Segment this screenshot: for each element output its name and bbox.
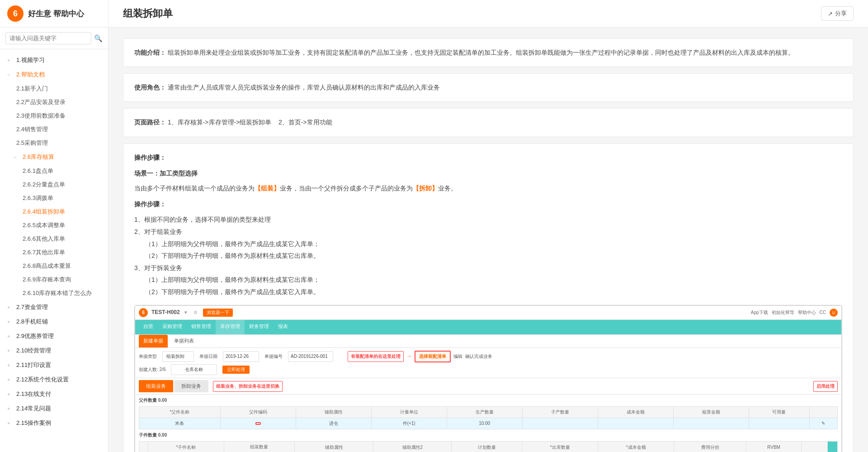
lower-th-2: 组装数量 <box>224 442 294 452</box>
upper-td-name: 米条 <box>139 418 221 429</box>
app-screenshot: 6 TEST-H002 ▼ ⚙ 浏览器一下 App下载 初始化帮导 帮助中心 C… <box>135 305 842 452</box>
app-upper-table-title: 父件数量 0.00 <box>139 396 167 404</box>
app-upper-table-header: 父件数量 0.00 <box>139 396 838 404</box>
lower-th-7: *成本金额 <box>598 442 674 452</box>
upper-td-attr: 进仓 <box>296 418 371 429</box>
sidebar-item-assemble[interactable]: 2.6.4组装拆卸单 <box>0 205 108 219</box>
search-button[interactable]: 🔍 <box>94 34 103 43</box>
app-date-field[interactable]: 2019-12-26 <box>223 351 259 362</box>
app-nav-sales[interactable]: 销售管理 <box>187 320 216 334</box>
annotation1-label: 有装配清单的在这里处理 <box>348 351 404 362</box>
app-top-item3: 帮助中心 <box>798 309 816 317</box>
sidebar-item-adjust[interactable]: 2.6.3调拨单 <box>0 191 108 205</box>
app-top-item1: App下载 <box>751 309 768 317</box>
search-input[interactable] <box>5 32 91 44</box>
app-tab-disassemble[interactable]: 拆卸业务 <box>174 380 208 393</box>
app-extra-btn2[interactable]: 确认完成业务 <box>465 352 492 361</box>
app-tab-assemble[interactable]: 组装业务 <box>139 380 173 393</box>
sidebar-item-cost-label: 2.6.5成本调整单 <box>23 221 65 229</box>
share-icon: ↗ <box>828 10 833 17</box>
app-nav-inventory[interactable]: 库存管理 <box>216 320 245 334</box>
sidebar-item-capital-label: 2.7资金管理 <box>16 303 48 311</box>
sidebar-item-print-label: 2.11打印设置 <box>16 361 51 369</box>
sidebar-item-purchase[interactable]: 2.5采购管理 <box>0 136 108 150</box>
app-extra-btn1[interactable]: 编辑 <box>453 352 462 361</box>
app-top-item2: 初始化帮导 <box>772 309 794 317</box>
sidebar-item-docs-label: 2.帮助文档 <box>16 71 45 79</box>
sidebar-item-outother-label: 2.6.7其他出库单 <box>23 248 65 257</box>
app-nav-reports[interactable]: 报表 <box>274 320 292 334</box>
sidebar-item-sales-label: 2.4销售管理 <box>16 125 48 133</box>
sidebar-item-docs[interactable]: − 2.帮助文档 <box>0 67 108 82</box>
app-confirm-btn[interactable]: 立即处理 <box>222 366 250 374</box>
sidebar-item-newcomer[interactable]: 2.1新手入门 <box>0 82 108 95</box>
app-type-tabs: 组装业务 拆卸业务 组装业务、拆卸业务在这里切换 启用处理 <box>135 378 841 395</box>
sidebar-item-capital[interactable]: + 2.7资金管理 <box>0 300 108 314</box>
annotation1-arrow: → <box>406 352 412 362</box>
logo-text: 好生意 帮助中心 <box>28 9 84 19</box>
sidebar-item-cases[interactable]: + 2.15操作案例 <box>0 416 108 430</box>
sidebar-item-stockcheck[interactable]: 2.6.9库存账本查询 <box>0 273 108 286</box>
step-2: 2、对于组装业务 <box>134 226 842 238</box>
annotation1-area: 有装配清单的在这里处理 → 选择装配清单 编辑 确认完成业务 <box>348 351 492 362</box>
app-topbar: 6 TEST-H002 ▼ ⚙ 浏览器一下 App下载 初始化帮导 帮助中心 C… <box>135 306 841 320</box>
sidebar-item-goodscost[interactable]: 2.6.8商品成本重算 <box>0 259 108 273</box>
app-tab-list[interactable]: 单据列表 <box>170 335 198 347</box>
plus-icon-7: + <box>7 362 14 368</box>
sidebar-item-inventory-label: 2.6库存核算 <box>23 153 54 161</box>
app-bill-field[interactable]: AD-20191226-001 <box>288 351 333 362</box>
annotation2-area: 组装业务、拆卸业务在这里切换 <box>213 381 283 392</box>
sidebar-item-faq-label: 2.14常见问题 <box>16 404 51 413</box>
intro-text: 组装拆卸单用来处理企业组装或拆卸等加工业务，支持有固定装配清单的产品加工业务，也… <box>168 49 794 56</box>
app-org-field[interactable]: 仓库名称 <box>171 364 217 375</box>
app-screenshot-wrapper: 6 TEST-H002 ▼ ⚙ 浏览器一下 App下载 初始化帮导 帮助中心 C… <box>134 305 842 452</box>
path-item1: 1、库存核算->库存管理->组装拆卸单 <box>168 119 271 126</box>
sidebar-item-stockerr[interactable]: 2.6.10库存账本错了怎么办 <box>0 286 108 300</box>
sidebar-item-stocktake[interactable]: 2.6.1盘点单 <box>0 164 108 178</box>
sidebar-item-print[interactable]: + 2.11打印设置 <box>0 358 108 372</box>
sidebar-item-stockcheck-label: 2.6.9库存账本查询 <box>23 276 71 284</box>
sidebar-item-ops[interactable]: + 2.10经营管理 <box>0 343 108 358</box>
app-form-area: 单据类型 组装拆卸 单据日期 2019-12-26 单据编号 AD-201912… <box>135 348 841 378</box>
sidebar-item-faq[interactable]: + 2.14常见问题 <box>0 401 108 416</box>
step-2-1: （1）上部明细为父件明细，最终作为产成品生成某它入库单； <box>134 238 842 250</box>
sidebar-item-coupon[interactable]: + 2.9优惠券管理 <box>0 329 108 343</box>
sidebar-item-mobile[interactable]: + 2.8手机旺铺 <box>0 314 108 329</box>
sidebar-item-split[interactable]: 2.6.2分量盘点单 <box>0 178 108 191</box>
app-action-btn[interactable]: 选择装配清单 <box>415 351 451 362</box>
upper-td-prod: 10.00 <box>447 418 522 429</box>
sidebar-item-onlinepay[interactable]: + 2.13在线支付 <box>0 387 108 401</box>
app-upper-table-area: 父件数量 0.00 *父件名称 父件编码 辅助属性 计量单位 生产数量 <box>135 395 841 429</box>
sidebar-item-inother[interactable]: 2.6.6其他入库单 <box>0 232 108 246</box>
sidebar-item-video[interactable]: + 1.视频学习 <box>0 53 108 67</box>
sidebar-item-goodscost-label: 2.6.8商品成本重算 <box>23 262 71 270</box>
lower-th-6: *出库数量 <box>522 442 598 452</box>
app-nav-purchase[interactable]: 采购管理 <box>158 320 187 334</box>
sidebar-item-adjust-label: 2.6.3调拨单 <box>23 194 53 202</box>
share-label: 分享 <box>835 10 847 18</box>
app-tab-new[interactable]: 新建单据 <box>139 335 168 347</box>
sidebar-item-sysset[interactable]: + 2.12系统个性化设置 <box>0 372 108 387</box>
step-2-2: （2）下部明细为子件明细，最终作为原材料生成某它出库单。 <box>134 250 842 262</box>
app-nav-home[interactable]: 自营 <box>139 320 158 334</box>
app-company-name: TEST-H002 <box>151 308 180 318</box>
sidebar-item-dataprep[interactable]: 2.3使用前数据准备 <box>0 109 108 123</box>
app-nav-finance[interactable]: 财务管理 <box>245 320 274 334</box>
app-lower-table-header: 子件数量 0.00 <box>139 431 838 439</box>
share-button[interactable]: ↗ 分享 <box>821 6 854 21</box>
path-label: 页面路径： <box>134 119 166 126</box>
content-area: 功能介绍： 组装拆卸单用来处理企业组装或拆卸等加工业务，支持有固定装配清单的产品… <box>108 28 868 452</box>
sidebar-item-stocktake-label: 2.6.1盘点单 <box>23 167 53 175</box>
sidebar-item-outother[interactable]: 2.6.7其他出库单 <box>0 246 108 259</box>
sidebar-item-coupon-label: 2.9优惠券管理 <box>16 332 54 340</box>
upper-th-1: *父件名称 <box>139 407 221 418</box>
sidebar-item-sales[interactable]: 2.4销售管理 <box>0 123 108 136</box>
sidebar-item-inventory[interactable]: − 2.6库存核算 <box>0 150 108 164</box>
upper-td-action[interactable]: ✎ <box>809 418 837 429</box>
app-browse-button[interactable]: 浏览器一下 <box>203 309 233 317</box>
lower-th-4: 辅助属性2 <box>373 442 452 452</box>
sidebar-item-install[interactable]: 2.2产品安装及登录 <box>0 95 108 109</box>
sidebar-item-cost[interactable]: 2.6.5成本调整单 <box>0 219 108 232</box>
app-type-field[interactable]: 组装拆卸 <box>162 351 194 362</box>
highlight-chaizhou: 【拆卸】 <box>413 185 438 192</box>
